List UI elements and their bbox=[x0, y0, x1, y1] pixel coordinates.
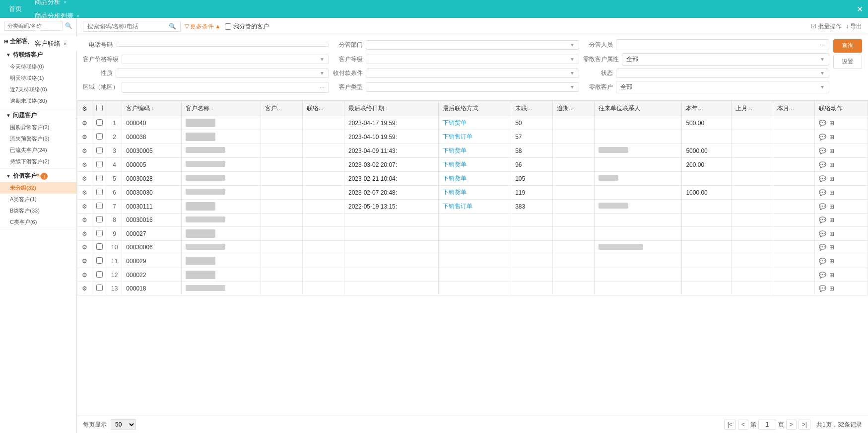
chat-icon-2[interactable]: 💬 bbox=[819, 147, 826, 154]
export-btn[interactable]: ↓ 导出 bbox=[846, 22, 862, 31]
refresh-icon[interactable]: ↻ bbox=[37, 173, 41, 179]
sidebar-group-label-2[interactable]: ▼价值客户 ↻ ! bbox=[0, 170, 76, 182]
grid-icon-7[interactable]: ⊞ bbox=[829, 216, 834, 223]
tab-商品分析[interactable]: 商品分析× bbox=[29, 0, 85, 9]
grid-icon-3[interactable]: ⊞ bbox=[829, 161, 834, 168]
dept-select[interactable]: ▼ bbox=[366, 40, 579, 50]
first-page-btn[interactable]: |< bbox=[724, 420, 736, 430]
row-settings-10[interactable]: ⚙ bbox=[77, 254, 92, 268]
page-input[interactable] bbox=[758, 420, 776, 430]
nature-select[interactable]: ▼ bbox=[116, 69, 329, 78]
grid-icon-11[interactable]: ⊞ bbox=[829, 272, 834, 279]
row-settings-11[interactable]: ⚙ bbox=[77, 268, 92, 282]
row-checkbox-9[interactable] bbox=[96, 243, 103, 250]
search-icon[interactable]: 🔍 bbox=[169, 23, 176, 30]
sidebar-item-2-3[interactable]: C类客户(6) bbox=[0, 216, 76, 228]
sidebar-item-0-2[interactable]: 近7天待联络(0) bbox=[0, 84, 76, 95]
grid-icon-5[interactable]: ⊞ bbox=[829, 189, 834, 196]
row-checkbox-6[interactable] bbox=[96, 203, 103, 209]
chat-icon-12[interactable]: 💬 bbox=[819, 285, 826, 292]
chat-icon-10[interactable]: 💬 bbox=[819, 258, 826, 265]
next-page-btn[interactable]: > bbox=[786, 420, 797, 430]
row-checkbox-5[interactable] bbox=[96, 189, 103, 195]
chat-icon-6[interactable]: 💬 bbox=[819, 203, 826, 210]
row-settings-12[interactable]: ⚙ bbox=[77, 282, 92, 295]
grid-icon-9[interactable]: ⊞ bbox=[829, 244, 834, 251]
grid-icon-6[interactable]: ⊞ bbox=[829, 203, 834, 210]
reset-button[interactable]: 设置 bbox=[833, 55, 862, 69]
contact-way-link-4[interactable]: 下销货单 bbox=[443, 175, 467, 182]
customer-level-select[interactable]: ▼ bbox=[366, 55, 579, 64]
contact-way-link-1[interactable]: 下销售订单 bbox=[443, 133, 472, 140]
close-all-icon[interactable]: ✕ bbox=[857, 4, 863, 14]
price-level-select[interactable]: ▼ bbox=[122, 55, 329, 64]
sidebar-item-2-1[interactable]: A类客户(1) bbox=[0, 194, 76, 205]
tab-close-icon[interactable]: × bbox=[76, 13, 79, 19]
tab-close-icon[interactable]: × bbox=[64, 0, 67, 5]
sidebar-item-1-2[interactable]: 已流失客户(24) bbox=[0, 144, 76, 156]
row-settings-2[interactable]: ⚙ bbox=[77, 144, 92, 158]
row-checkbox-3[interactable] bbox=[96, 161, 103, 167]
grid-icon-0[interactable]: ⊞ bbox=[829, 120, 834, 127]
tab-close-icon[interactable]: × bbox=[64, 41, 67, 47]
row-checkbox-10[interactable] bbox=[96, 257, 103, 264]
retail-attr-select[interactable]: 全部▼ bbox=[622, 53, 829, 66]
grid-icon-10[interactable]: ⊞ bbox=[829, 258, 834, 265]
row-settings-7[interactable]: ⚙ bbox=[77, 214, 92, 227]
tab-home[interactable]: 首页 bbox=[4, 2, 27, 16]
query-button[interactable]: 查询 bbox=[833, 39, 862, 53]
sidebar-item-1-3[interactable]: 持续下滑客户(2) bbox=[0, 156, 76, 167]
row-settings-4[interactable]: ⚙ bbox=[77, 172, 92, 186]
customer-type-select[interactable]: ▼ bbox=[366, 82, 579, 92]
row-checkbox-12[interactable] bbox=[96, 285, 103, 291]
manager-input[interactable]: ··· bbox=[616, 39, 829, 50]
prev-page-btn[interactable]: < bbox=[738, 420, 748, 430]
row-checkbox-8[interactable] bbox=[96, 230, 103, 236]
region-input[interactable]: ··· bbox=[122, 82, 329, 93]
chat-icon-11[interactable]: 💬 bbox=[819, 272, 826, 279]
chat-icon-0[interactable]: 💬 bbox=[819, 120, 826, 127]
contact-way-link-6[interactable]: 下销售订单 bbox=[443, 203, 472, 210]
row-settings-5[interactable]: ⚙ bbox=[77, 186, 92, 200]
sidebar-item-2-0[interactable]: 未分组(32) bbox=[0, 182, 76, 194]
contact-way-link-5[interactable]: 下销货单 bbox=[443, 189, 467, 196]
row-checkbox-2[interactable] bbox=[96, 147, 103, 153]
tab-客户分层经营[interactable]: 客户分层经营× bbox=[29, 23, 85, 37]
payment-select[interactable]: ▼ bbox=[366, 69, 579, 78]
contact-way-link-0[interactable]: 下销货单 bbox=[443, 119, 467, 126]
code-col-header[interactable]: 客户编码 bbox=[122, 101, 182, 116]
chat-icon-1[interactable]: 💬 bbox=[819, 134, 826, 141]
last-page-btn[interactable]: >| bbox=[799, 420, 810, 430]
chat-icon-3[interactable]: 💬 bbox=[819, 161, 826, 168]
grid-icon-4[interactable]: ⊞ bbox=[829, 175, 834, 182]
sidebar-item-1-1[interactable]: 流失预警客户(3) bbox=[0, 133, 76, 144]
settings-col-header[interactable]: ⚙ bbox=[77, 101, 92, 116]
status-select[interactable]: ▼ bbox=[616, 69, 829, 78]
grid-icon-1[interactable]: ⊞ bbox=[829, 134, 834, 141]
contact-way-link-3[interactable]: 下销货单 bbox=[443, 161, 467, 168]
row-checkbox-4[interactable] bbox=[96, 175, 103, 181]
sidebar-item-0-0[interactable]: 今天待联络(0) bbox=[0, 61, 76, 72]
sidebar-item-1-0[interactable]: 囤购异常客户(2) bbox=[0, 122, 76, 133]
per-page-select[interactable]: 50 100 200 bbox=[111, 419, 136, 430]
last-contact-date-col-header[interactable]: 最后联络日期 bbox=[344, 101, 439, 116]
search-input[interactable] bbox=[87, 23, 167, 30]
row-settings-1[interactable]: ⚙ bbox=[77, 130, 92, 144]
row-settings-0[interactable]: ⚙ bbox=[77, 116, 92, 130]
row-checkbox-11[interactable] bbox=[96, 271, 103, 278]
sidebar-group-label-1[interactable]: ▼问题客户 bbox=[0, 109, 76, 122]
batch-op-btn[interactable]: ☑ 批量操作 bbox=[811, 22, 842, 31]
tab-close-icon[interactable]: × bbox=[76, 27, 79, 33]
row-settings-6[interactable]: ⚙ bbox=[77, 200, 92, 214]
retail-customer-select[interactable]: 全部▼ bbox=[616, 81, 829, 93]
chat-icon-9[interactable]: 💬 bbox=[819, 244, 826, 251]
contact-way-link-2[interactable]: 下销货单 bbox=[443, 147, 467, 154]
row-checkbox-1[interactable] bbox=[96, 133, 103, 140]
more-conditions-btn[interactable]: ▽ 更多条件 ▲ bbox=[185, 22, 221, 31]
sidebar-item-0-1[interactable]: 明天待联络(1) bbox=[0, 72, 76, 84]
tab-商品分析列表[interactable]: 商品分析列表× bbox=[29, 9, 85, 23]
chat-icon-8[interactable]: 💬 bbox=[819, 230, 826, 237]
row-checkbox-7[interactable] bbox=[96, 216, 103, 222]
name-col-header[interactable]: 客户名称 bbox=[182, 101, 261, 116]
tab-客户联络[interactable]: 客户联络× bbox=[29, 37, 85, 51]
